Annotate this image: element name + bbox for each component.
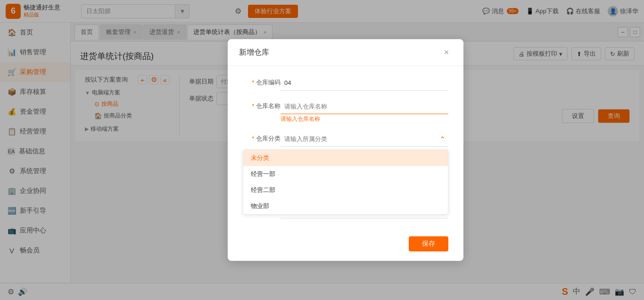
modal-title: 新增仓库 — [239, 48, 269, 58]
form-row-category: 仓库分类 ⌃ 未分类 经营一部 经营二部 物业部 — [243, 132, 448, 147]
name-input-wrap: 请输入仓库名称 — [281, 99, 448, 123]
name-input[interactable] — [281, 99, 448, 114]
modal-close-btn[interactable]: × — [441, 47, 452, 58]
category-dropdown-list: 未分类 经营一部 经营二部 物业部 — [243, 150, 448, 215]
modal-body: 仓库编码 仓库名称 请输入仓库名称 仓库分类 ⌃ 未分类 — [228, 66, 463, 220]
name-error-tip: 请输入仓库名称 — [281, 115, 448, 123]
category-input-wrap: ⌃ 未分类 经营一部 经营二部 物业部 — [281, 132, 448, 147]
modal-header: 新增仓库 × — [228, 39, 463, 66]
dropdown-item-property[interactable]: 物业部 — [243, 198, 448, 214]
dropdown-item-unclassified[interactable]: 未分类 — [243, 150, 448, 166]
code-input[interactable] — [281, 75, 448, 91]
code-label: 仓库编码 — [243, 75, 281, 87]
category-dropdown-icon[interactable]: ⌃ — [439, 135, 446, 144]
form-row-code: 仓库编码 — [243, 75, 448, 91]
new-warehouse-modal: 新增仓库 × 仓库编码 仓库名称 请输入仓库名称 仓库分类 ⌃ — [228, 39, 463, 261]
form-row-name: 仓库名称 请输入仓库名称 — [243, 99, 448, 123]
modal-footer: 保存 — [228, 229, 463, 261]
dropdown-item-ops2[interactable]: 经营二部 — [243, 182, 448, 198]
name-label: 仓库名称 — [243, 99, 281, 110]
category-input[interactable] — [281, 132, 448, 147]
dropdown-item-ops1[interactable]: 经营一部 — [243, 166, 448, 182]
code-input-wrap — [281, 75, 448, 91]
category-select-wrap: ⌃ — [281, 132, 448, 147]
save-button[interactable]: 保存 — [409, 236, 448, 251]
category-label: 仓库分类 — [243, 132, 281, 143]
